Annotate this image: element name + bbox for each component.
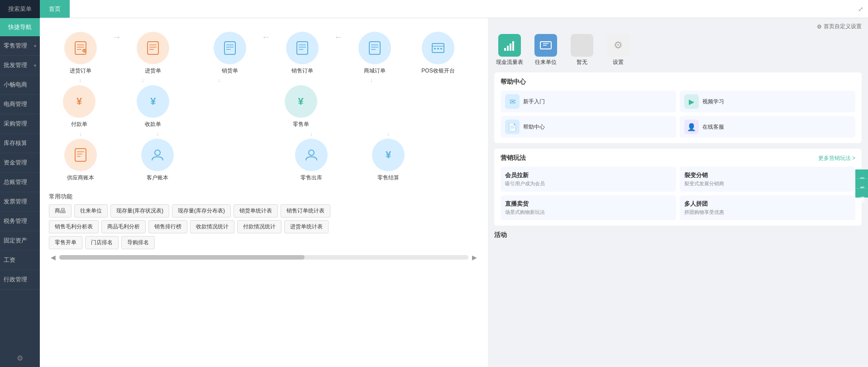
- tabbar: 首页 ⤢: [40, 0, 868, 18]
- svg-rect-6: [148, 42, 158, 54]
- icon-cashflow[interactable]: 现金流量表: [494, 34, 525, 66]
- scroll-left[interactable]: ◀: [49, 253, 57, 262]
- svg-rect-33: [504, 48, 506, 51]
- marketing-member[interactable]: 会员拉新 吸引用户成为会员: [501, 167, 676, 192]
- scroll-right[interactable]: ▶: [470, 253, 479, 262]
- help-item-beginner[interactable]: ✉ 新手入门: [501, 91, 676, 112]
- marketing-group[interactable]: 多人拼团 拼团购物享受优惠: [680, 195, 855, 220]
- btn-stock-dist[interactable]: 现存量(库存分布表): [172, 204, 231, 217]
- main-area: 首页 ⤢ ↩ 进货订单 →: [40, 0, 868, 367]
- sidebar-item-wholesale[interactable]: 批发管理▾: [0, 56, 40, 75]
- btn-retail-order[interactable]: 零售开单: [49, 236, 82, 249]
- arrow-h3: ←: [334, 32, 343, 42]
- btn-goods-profit[interactable]: 商品毛利分析: [101, 220, 146, 233]
- btn-sales-profit[interactable]: 销售毛利分析表: [49, 220, 99, 233]
- btn-store-rank[interactable]: 门店排名: [85, 236, 119, 249]
- btn-units[interactable]: 往来单位: [74, 204, 108, 217]
- sidebar-item-retail[interactable]: 零售管理▾: [0, 36, 40, 56]
- sidebar-search[interactable]: 搜索菜单: [0, 0, 40, 18]
- node-purchase-bill[interactable]: 进货单: [121, 32, 185, 75]
- help-center-card: 帮助中心 ✉ 新手入门 ▶ 视频学习 📄 帮助中心 👤: [494, 72, 862, 143]
- node-supplier-ledger[interactable]: 供应商账本: [49, 139, 112, 182]
- btn-guide-rank[interactable]: 导购排名: [121, 236, 155, 249]
- svg-rect-24: [434, 48, 436, 49]
- sidebar-item-inventory[interactable]: 库存核算: [0, 134, 40, 153]
- btn-sales-rank[interactable]: 销售排行榜: [148, 220, 187, 233]
- sidebar-item-ecom[interactable]: 电商管理: [0, 95, 40, 114]
- tab-home[interactable]: 首页: [40, 0, 70, 18]
- svg-rect-36: [512, 41, 514, 51]
- svg-rect-18: [369, 42, 380, 54]
- node-purchase-order[interactable]: ↩ 进货订单: [49, 32, 112, 75]
- node-mall-order[interactable]: 商城订单: [343, 32, 406, 75]
- svg-rect-10: [224, 42, 235, 54]
- node-customer-ledger[interactable]: 客户账本: [126, 139, 189, 182]
- sidebar-item-purchase[interactable]: 采购管理: [0, 114, 40, 134]
- marketing-more[interactable]: 更多营销玩法 >: [818, 155, 855, 162]
- arrow-h1: →: [112, 32, 121, 42]
- customize-settings[interactable]: ⚙ 首页自定义设置: [494, 23, 862, 30]
- sidebar: 搜索菜单 快捷导航 零售管理▾ 批发管理▾ 小畅电商 电商管理 采购管理 库存核…: [0, 0, 40, 367]
- help-item-service[interactable]: 👤 在线客服: [680, 116, 855, 138]
- marketing-header: 营销玩法 更多营销玩法 >: [501, 154, 855, 162]
- sidebar-item-xce[interactable]: 小畅电商: [0, 75, 40, 95]
- icon-empty[interactable]: 暂无: [567, 34, 597, 66]
- float-btn-service[interactable]: 客服热线: [855, 169, 868, 179]
- sidebar-item-salary[interactable]: 工资: [0, 251, 40, 270]
- node-pos[interactable]: POS收银开台: [406, 32, 470, 75]
- btn-purchase-stat[interactable]: 进货单统计表: [284, 220, 329, 233]
- activity-title: 活动: [494, 231, 862, 239]
- svg-rect-27: [75, 149, 86, 161]
- icon-units[interactable]: 往来单位: [530, 34, 561, 66]
- btn-goods[interactable]: 商品: [49, 204, 72, 217]
- btn-receipt-stat[interactable]: 收款情况统计: [190, 220, 234, 233]
- v-arrow-8: ↓: [126, 130, 189, 137]
- right-panel: ⚙ 首页自定义设置 现金流量表 往来单位: [488, 18, 868, 367]
- v-arrow-7: ↓: [49, 130, 112, 137]
- help-grid: ✉ 新手入门 ▶ 视频学习 📄 帮助中心 👤 在线客服: [501, 91, 855, 138]
- sidebar-quicknav[interactable]: 快捷导航: [0, 18, 40, 36]
- btn-stock-status[interactable]: 现存量(库存状况表): [110, 204, 169, 217]
- marketing-live[interactable]: 直播卖货 场景式购物新玩法: [501, 195, 676, 220]
- sidebar-item-ledger[interactable]: 总账管理: [0, 173, 40, 192]
- flow-panel: ↩ 进货订单 → 进货单: [40, 18, 488, 367]
- btn-sales-order-stat[interactable]: 销售订单统计表: [281, 204, 330, 217]
- expand-button[interactable]: ⤢: [854, 5, 868, 13]
- svg-text:↩: ↩: [83, 49, 86, 53]
- arrow-h2: ←: [262, 32, 271, 42]
- float-btn-community[interactable]: 服务社区: [855, 179, 868, 188]
- scroll-track[interactable]: [59, 255, 468, 260]
- svg-rect-14: [297, 42, 308, 54]
- marketing-title: 营销玩法: [501, 154, 526, 162]
- sidebar-item-tax[interactable]: 税务管理: [0, 212, 40, 231]
- node-sales-bill[interactable]: 销货单: [198, 32, 262, 75]
- v-arrow-5: ↓: [340, 77, 403, 83]
- float-btn-desktop[interactable]: 桌面快捷: [855, 188, 868, 198]
- node-retail-settlement[interactable]: ¥ 零售结算: [357, 139, 420, 182]
- gear-icon: ⚙: [817, 24, 822, 30]
- node-receipt[interactable]: ¥ 收款单: [123, 85, 183, 128]
- marketing-fission[interactable]: 裂变分销 裂变式发展分销商: [680, 167, 855, 192]
- svg-rect-35: [510, 43, 511, 51]
- v-arrow-6: [416, 77, 479, 83]
- sidebar-item-admin[interactable]: 行政管理: [0, 270, 40, 290]
- btn-payment-stat[interactable]: 付款情况统计: [237, 220, 281, 233]
- sidebar-settings-icon[interactable]: ⚙: [0, 349, 40, 367]
- node-retail-outbound[interactable]: 零售出库: [280, 139, 343, 182]
- icon-settings[interactable]: ⚙ 设置: [603, 34, 634, 66]
- v-arrow-1: ↓: [49, 77, 112, 83]
- help-item-help[interactable]: 📄 帮助中心: [501, 116, 676, 138]
- customize-label: 首页自定义设置: [824, 23, 862, 30]
- node-retail-bill[interactable]: ¥ 零售单: [270, 85, 331, 128]
- v-arrow-3: ↓: [188, 77, 251, 83]
- help-item-video[interactable]: ▶ 视频学习: [680, 91, 855, 112]
- node-sales-order[interactable]: 销售订单: [271, 32, 334, 75]
- btn-sales-stat[interactable]: 销货单统计表: [234, 204, 278, 217]
- svg-point-31: [155, 150, 160, 155]
- sidebar-item-finance[interactable]: 资金管理: [0, 153, 40, 173]
- node-payment[interactable]: ¥ 付款单: [49, 85, 110, 128]
- common-buttons-row1: 商品 往来单位 现存量(库存状况表) 现存量(库存分布表) 销货单统计表 销售订…: [49, 204, 479, 217]
- sidebar-item-assets[interactable]: 固定资产: [0, 231, 40, 251]
- sidebar-item-invoice[interactable]: 发票管理: [0, 192, 40, 212]
- content-area: ↩ 进货订单 → 进货单: [40, 18, 868, 367]
